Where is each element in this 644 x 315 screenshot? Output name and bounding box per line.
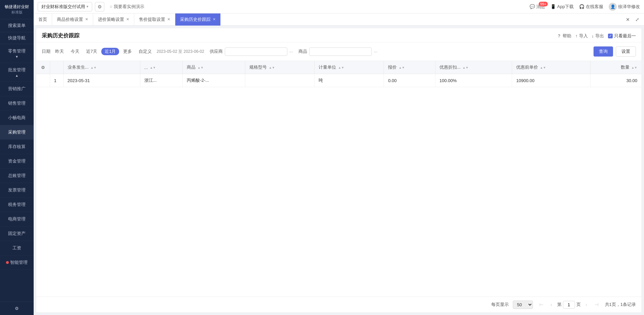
th-discount[interactable]: 优惠折扣... ▲▼ bbox=[435, 61, 512, 74]
row-unit: 吨 bbox=[315, 74, 384, 87]
th-product[interactable]: 商品 ▲▼ bbox=[183, 61, 245, 74]
close-tab-button[interactable]: ✕ bbox=[624, 15, 632, 24]
sidebar-item-assets[interactable]: 固定资产 bbox=[0, 226, 34, 241]
date-1month-button[interactable]: 近1月 bbox=[101, 48, 119, 55]
settings-button[interactable]: 设置 bbox=[616, 46, 636, 57]
app-download-button[interactable]: 📱 App下载 bbox=[550, 4, 574, 10]
sidebar-item-inventory[interactable]: 库存核算 bbox=[0, 140, 34, 154]
tab-label: 商品价格设置 bbox=[57, 16, 83, 23]
sidebar-item-tax[interactable]: 税务管理 bbox=[0, 198, 34, 212]
tab-price[interactable]: 商品价格设置 ✕ bbox=[52, 13, 93, 26]
sidebar-item-salary[interactable]: 工资 bbox=[0, 241, 34, 255]
close-icon[interactable]: ✕ bbox=[85, 17, 88, 22]
next-page-button[interactable]: › bbox=[582, 300, 591, 309]
date-7days-button[interactable]: 近7天 bbox=[83, 48, 100, 55]
per-page-select[interactable]: 10 20 50 100 bbox=[513, 301, 533, 309]
date-yesterday-button[interactable]: 昨天 bbox=[52, 48, 67, 55]
sidebar-item-marketing[interactable]: 营销推广 bbox=[0, 82, 34, 96]
last-page-button[interactable]: ⊣ bbox=[592, 300, 601, 309]
th-date[interactable]: 业务发生... ▲▼ bbox=[63, 61, 140, 74]
table-footer: 每页显示 10 20 50 100 ⊢ ‹ 第 页 › ⊣ 共1页，1条记录 bbox=[36, 296, 641, 312]
supplier-more-icon[interactable]: ··· bbox=[289, 49, 293, 54]
date-custom-button[interactable]: 自定义 bbox=[136, 48, 154, 55]
th-settings[interactable]: ⚙ bbox=[36, 61, 50, 74]
sidebar-item-retail[interactable]: 零售管理 ▼ bbox=[0, 44, 34, 63]
date-filter-options: 昨天 今天 近7天 近1月 更多 自定义 bbox=[52, 48, 154, 55]
only-last-checkbox[interactable]: ✓ 只看最后一 bbox=[608, 33, 636, 39]
demo-link[interactable]: ○ 我要看实例演示 bbox=[110, 4, 144, 10]
sidebar-item-label: 税务管理 bbox=[8, 202, 26, 208]
product-more-icon[interactable]: ··· bbox=[374, 49, 378, 54]
sidebar-item-label: 营销推广 bbox=[8, 86, 26, 92]
page-header-actions: ？ 帮助 ↑ 导入 ↓ 导出 ✓ 只看最后一 bbox=[557, 33, 636, 39]
close-icon[interactable]: ✕ bbox=[167, 17, 170, 22]
sidebar-item-ai[interactable]: 智能管理 bbox=[0, 255, 34, 270]
pagination-controls: ⊢ ‹ 第 页 › ⊣ bbox=[537, 300, 601, 309]
sidebar-item-label: 电商管理 bbox=[8, 216, 26, 222]
tab-sale-price[interactable]: 售价提取设置 ✕ bbox=[134, 13, 175, 26]
import-button[interactable]: ↑ 导入 bbox=[575, 33, 588, 39]
supplier-input[interactable] bbox=[225, 47, 287, 56]
sidebar-item-sales[interactable]: 销售管理 bbox=[0, 96, 34, 111]
date-today-button[interactable]: 今天 bbox=[68, 48, 82, 55]
sort-icon: ▲▼ bbox=[269, 66, 275, 69]
version-selector[interactable]: 好业财标准版交付试用 ▾ bbox=[38, 2, 92, 11]
page-number-input[interactable] bbox=[563, 301, 575, 309]
sidebar-settings-button[interactable]: ⚙ bbox=[0, 302, 34, 315]
sidebar-item-wholesale[interactable]: 批发管理 ▲ bbox=[0, 63, 34, 82]
product-input[interactable] bbox=[309, 47, 372, 56]
th-unit[interactable]: 计量单位 ▲▼ bbox=[315, 61, 384, 74]
date-range-display: 2023-05-02 至 2023-06-02 bbox=[156, 49, 204, 55]
sidebar-item-ledger[interactable]: 总账管理 bbox=[0, 169, 34, 183]
data-table: ⚙ 业务发生... ▲▼ ... ▲▼ 商品 ▲▼ bbox=[36, 61, 641, 87]
sidebar-item-label: 销售管理 bbox=[8, 100, 26, 106]
messages-button[interactable]: 💬 消息 99+ bbox=[530, 4, 545, 10]
close-icon[interactable]: ✕ bbox=[213, 17, 216, 22]
export-button[interactable]: ↓ 导出 bbox=[592, 33, 604, 39]
page-content: 采购历史价跟踪 ？ 帮助 ↑ 导入 ↓ 导出 ✓ 只看最后一 bbox=[36, 28, 641, 312]
th-pre-discount-price[interactable]: 优惠前单价 ▲▼ bbox=[512, 61, 591, 74]
sidebar: 畅捷通好业财 标准版 搜索菜单 快捷导航 零售管理 ▼ 批发管理 ▲ 营销推广 … bbox=[0, 0, 34, 315]
close-icon[interactable]: ✕ bbox=[126, 17, 129, 22]
sidebar-item-invoice[interactable]: 发票管理 bbox=[0, 183, 34, 198]
help-button[interactable]: ？ 帮助 bbox=[557, 33, 571, 39]
prev-page-button[interactable]: ‹ bbox=[547, 300, 556, 309]
row-gear bbox=[36, 74, 50, 87]
product-filter-group: 商品 ··· bbox=[298, 47, 378, 56]
filter-actions: 查询 设置 bbox=[594, 46, 636, 57]
maximize-tab-button[interactable]: ⤢ bbox=[633, 15, 641, 24]
tab-history-price[interactable]: 采购历史价跟踪 ✕ bbox=[175, 13, 221, 26]
sidebar-item-label: 总账管理 bbox=[8, 173, 26, 179]
sidebar-quick-nav[interactable]: 快捷导航 bbox=[0, 32, 34, 44]
table-header-row: ⚙ 业务发生... ▲▼ ... ▲▼ 商品 ▲▼ bbox=[36, 61, 641, 74]
user-profile-button[interactable]: 👤 徐泽华修改 bbox=[609, 3, 640, 11]
query-button[interactable]: 查询 bbox=[594, 46, 613, 57]
sidebar-item-ecommerce-small[interactable]: 小畅电商 bbox=[0, 111, 34, 125]
date-more-button[interactable]: 更多 bbox=[120, 48, 135, 55]
sidebar-item-finance[interactable]: 资金管理 bbox=[0, 154, 34, 169]
filter-area: 日期 昨天 今天 近7天 近1月 更多 自定义 2023-05-02 至 202… bbox=[36, 42, 641, 61]
online-service-button[interactable]: 🎧 在线客服 bbox=[579, 4, 603, 10]
sidebar-item-label: 库存核算 bbox=[8, 144, 26, 150]
row-supplier: 浙江... bbox=[140, 74, 183, 87]
sort-icon: ▲▼ bbox=[150, 66, 156, 69]
sort-icon: ▲▼ bbox=[540, 66, 546, 69]
topbar: 好业财标准版交付试用 ▾ ⚙ ○ 我要看实例演示 💬 消息 99+ 📱 App下… bbox=[34, 0, 644, 13]
sidebar-item-ecommerce[interactable]: 电商管理 bbox=[0, 212, 34, 226]
sidebar-search[interactable]: 搜索菜单 bbox=[0, 19, 34, 32]
online-service-label: 在线客服 bbox=[586, 4, 603, 10]
sort-icon: ▲▼ bbox=[198, 66, 204, 69]
th-spec-label: 规格型号 bbox=[249, 65, 267, 70]
tab-strategy[interactable]: 进价策略设置 ✕ bbox=[93, 13, 134, 26]
th-spec[interactable]: 规格型号 ▲▼ bbox=[245, 61, 315, 74]
table-row: 1 2023-05-31 浙江... 丙烯酸-2-... 吨 0.00 100.… bbox=[36, 74, 641, 87]
messages-badge: 99+ bbox=[539, 2, 548, 6]
th-extra[interactable]: ... ▲▼ bbox=[140, 61, 183, 74]
topbar-settings-button[interactable]: ⚙ bbox=[95, 2, 104, 11]
first-page-button[interactable]: ⊢ bbox=[537, 300, 546, 309]
message-icon: 💬 bbox=[530, 4, 535, 9]
th-quantity[interactable]: 数量 ▲▼ bbox=[590, 61, 641, 74]
sidebar-item-purchase[interactable]: 采购管理 bbox=[0, 125, 34, 140]
th-price[interactable]: 报价 ▲▼ bbox=[384, 61, 435, 74]
tab-home[interactable]: 首页 bbox=[34, 13, 52, 26]
